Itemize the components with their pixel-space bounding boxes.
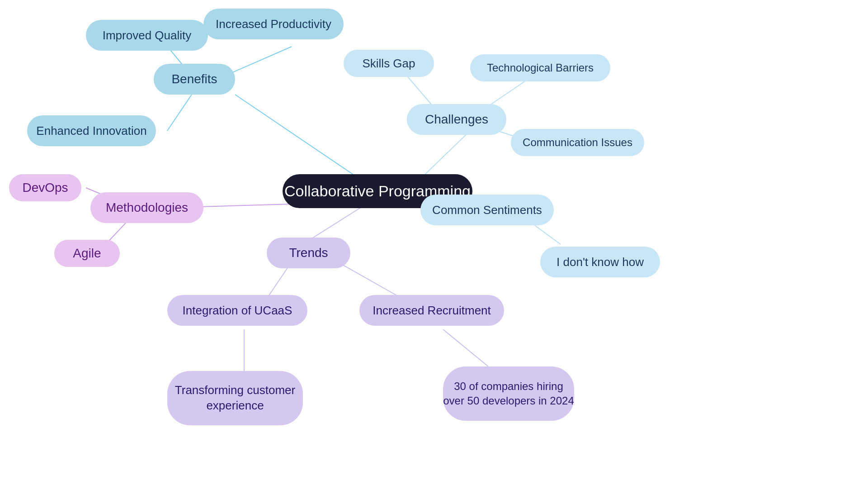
svg-line-17 [443,329,488,366]
trends-node[interactable]: Trends [267,238,350,268]
svg-line-3 [167,90,194,131]
agile-node[interactable]: Agile [54,240,120,267]
benefits-node[interactable]: Benefits [154,64,235,95]
increased-productivity-node[interactable]: Increased Productivity [203,9,344,39]
enhanced-innovation-node[interactable]: Enhanced Innovation [27,115,156,146]
communication-issues-node[interactable]: Communication Issues [511,129,644,156]
common-sentiments-node[interactable]: Common Sentiments [420,195,554,225]
devops-node[interactable]: DevOps [9,174,81,201]
methodologies-node[interactable]: Methodologies [90,192,203,223]
svg-line-7 [418,131,470,181]
challenges-node[interactable]: Challenges [407,104,506,135]
improved-quality-node[interactable]: Improved Quality [86,20,208,51]
transforming-node[interactable]: Transforming customer experience [167,371,303,425]
technological-barriers-node[interactable]: Technological Barriers [470,54,610,81]
svg-line-13 [310,203,368,240]
skills-gap-node[interactable]: Skills Gap [344,50,434,77]
integration-ucaas-node[interactable]: Integration of UCaaS [167,295,307,326]
i-dont-know-node[interactable]: I don't know how [540,247,660,277]
increased-recruitment-node[interactable]: Increased Recruitment [359,295,504,326]
thirty-companies-node[interactable]: 30 of companies hiring over 50 developer… [443,366,574,421]
